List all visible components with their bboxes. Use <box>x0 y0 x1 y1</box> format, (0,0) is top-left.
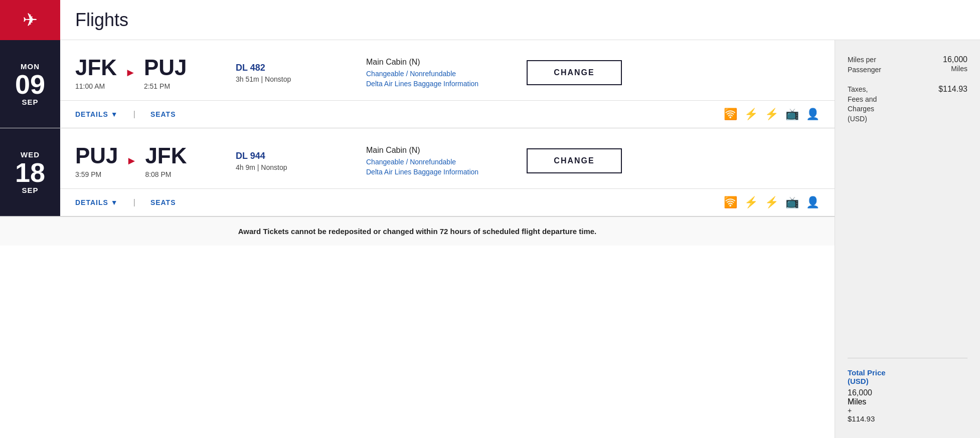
total-miles-unit: Miles <box>848 397 967 406</box>
flight1-change-col: CHANGE <box>527 60 637 85</box>
flight1-month: SEP <box>22 98 38 106</box>
flight2-cabin-type: Main Cabin (N) <box>366 146 507 155</box>
flight2-cabin-col: Main Cabin (N) Changeable / Nonrefundabl… <box>366 146 507 176</box>
flight2-details-col: DL 944 4h 9m | Nonstop <box>236 151 346 171</box>
flight1-main-info: JFK 11:00 AM ► PUJ 2:51 PM DL 482 <box>60 40 835 128</box>
flight1-change-button[interactable]: CHANGE <box>527 60 622 85</box>
flight2-number: DL 944 <box>236 151 346 161</box>
flight2-dest-code: JFK <box>145 143 187 168</box>
total-miles: 16,000 <box>848 388 967 397</box>
flight1-section: MON 09 SEP JFK 11:00 AM ► <box>0 40 835 128</box>
flight2-bottom-row: DETAILS ▼ | SEATS 🛜 ⚡ ⚡ 📺 👤 <box>60 188 835 216</box>
flight2-section: WED 18 SEP PUJ 3:59 PM ► <box>0 128 835 216</box>
page-header: ✈ Flights <box>0 0 980 40</box>
price-panel: Miles perPassenger 16,000 Miles Taxes,Fe… <box>835 40 980 438</box>
flight2-day-number: 18 <box>15 159 45 186</box>
flight2-top-row: PUJ 3:59 PM ► JFK 8:08 PM DL 944 <box>60 128 835 188</box>
flight2-main-info: PUJ 3:59 PM ► JFK 8:08 PM DL 944 <box>60 128 835 216</box>
seat-icon: 👤 <box>806 108 820 121</box>
miles-unit: Miles <box>943 64 967 74</box>
notice-bar: Award Tickets cannot be redeposited or c… <box>0 216 835 246</box>
flight2-origin-time: 3:59 PM <box>75 170 118 178</box>
flight1-bottom-row: DETAILS ▼ | SEATS 🛜 ⚡ ⚡ 📺 👤 <box>60 100 835 128</box>
miles-per-passenger-row: Miles perPassenger 16,000 Miles <box>848 55 967 75</box>
flights-column: MON 09 SEP JFK 11:00 AM ► <box>0 40 835 438</box>
notice-text: Award Tickets cannot be redeposited or c… <box>238 227 597 236</box>
flight2-date-box: WED 18 SEP <box>0 128 60 216</box>
arrow-right-icon-2: ► <box>126 154 137 167</box>
header-icon-box: ✈ <box>0 0 60 40</box>
flight1-origin-time: 11:00 AM <box>75 82 117 90</box>
flight2-origin: PUJ 3:59 PM <box>75 143 118 178</box>
miles-per-passenger-value: 16,000 <box>943 55 967 64</box>
flight1-details-col: DL 482 3h 51m | Nonstop <box>236 63 346 83</box>
plane-icon: ✈ <box>23 10 38 31</box>
flight1-baggage[interactable]: Delta Air Lines Baggage Information <box>366 80 507 88</box>
taxes-row: Taxes,Fees andCharges(USD) $114.93 <box>848 85 967 124</box>
flight1-amenities: 🛜 ⚡ ⚡ 📺 👤 <box>724 108 820 121</box>
flight2-duration: 4h 9m | Nonstop <box>236 163 346 171</box>
flight1-duration: 3h 51m | Nonstop <box>236 75 346 83</box>
flight1-origin-code: JFK <box>75 55 117 80</box>
price-spacer <box>848 206 967 358</box>
flight2-amenities: 🛜 ⚡ ⚡ 📺 👤 <box>724 196 820 209</box>
price-top: Miles perPassenger 16,000 Miles Taxes,Fe… <box>848 55 967 206</box>
usb-icon: ⚡ <box>765 108 778 121</box>
total-price-label: Total Price(USD) <box>848 368 967 385</box>
flight1-top-row: JFK 11:00 AM ► PUJ 2:51 PM DL 482 <box>60 40 835 100</box>
flight1-seats-link[interactable]: SEATS <box>150 110 176 118</box>
flight2-destination: JFK 8:08 PM <box>145 143 187 178</box>
flight1-changeable[interactable]: Changeable / Nonrefundable <box>366 70 507 78</box>
wifi-icon-2: 🛜 <box>724 196 737 209</box>
content-area: MON 09 SEP JFK 11:00 AM ► <box>0 40 980 438</box>
flight2-baggage[interactable]: Delta Air Lines Baggage Information <box>366 168 507 176</box>
flight2-route: PUJ 3:59 PM ► JFK 8:08 PM <box>75 143 216 178</box>
taxes-value: $114.93 <box>938 85 967 94</box>
flight2-change-button[interactable]: CHANGE <box>527 148 622 173</box>
flight1-number: DL 482 <box>236 63 346 73</box>
flight1-cabin-type: Main Cabin (N) <box>366 58 507 67</box>
wifi-icon: 🛜 <box>724 108 737 121</box>
screen-icon: 📺 <box>785 108 799 121</box>
flight2-changeable[interactable]: Changeable / Nonrefundable <box>366 158 507 166</box>
flight2-change-col: CHANGE <box>527 148 637 173</box>
arrow-right-icon: ► <box>125 66 136 79</box>
screen-icon-2: 📺 <box>785 196 799 209</box>
total-taxes: $114.93 <box>848 414 967 423</box>
flight1-separator: | <box>133 110 135 119</box>
flight2-month: SEP <box>22 186 38 194</box>
flight1-origin: JFK 11:00 AM <box>75 55 117 90</box>
flight1-dest-code: PUJ <box>144 55 187 80</box>
usb-icon-2: ⚡ <box>765 196 778 209</box>
power-icon: ⚡ <box>744 108 758 121</box>
total-plus: + <box>848 406 967 414</box>
page-title: Flights <box>60 10 128 31</box>
power-icon-2: ⚡ <box>744 196 758 209</box>
flight2-dest-time: 8:08 PM <box>145 170 187 178</box>
seat-icon-2: 👤 <box>806 196 820 209</box>
flight1-route: JFK 11:00 AM ► PUJ 2:51 PM <box>75 55 216 90</box>
taxes-label: Taxes,Fees andCharges(USD) <box>848 85 877 124</box>
flight2-separator: | <box>133 198 135 207</box>
flight1-dest-time: 2:51 PM <box>144 82 187 90</box>
flight2-details-link[interactable]: DETAILS ▼ <box>75 198 118 206</box>
flight1-date-box: MON 09 SEP <box>0 40 60 128</box>
miles-per-passenger-value-col: 16,000 Miles <box>943 55 967 74</box>
miles-per-passenger-label: Miles perPassenger <box>848 55 881 75</box>
flight2-origin-code: PUJ <box>75 143 118 168</box>
total-price-section: Total Price(USD) 16,000 Miles + $114.93 <box>848 358 967 423</box>
flight2-seats-link[interactable]: SEATS <box>150 198 176 206</box>
flight1-day-number: 09 <box>15 71 45 98</box>
flight1-cabin-col: Main Cabin (N) Changeable / Nonrefundabl… <box>366 58 507 88</box>
flight1-destination: PUJ 2:51 PM <box>144 55 187 90</box>
flight1-details-link[interactable]: DETAILS ▼ <box>75 110 118 118</box>
